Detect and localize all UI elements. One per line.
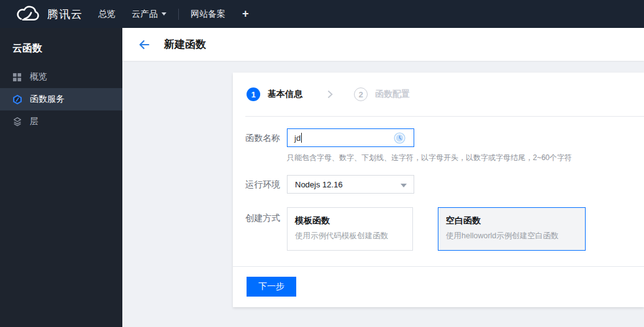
- runtime-label: 运行环境: [245, 175, 287, 194]
- method-card-template-function[interactable]: 模板函数 使用示例代码模板创建函数: [287, 207, 413, 251]
- page-header: 新建函数: [122, 28, 644, 61]
- arrow-left-icon: [137, 38, 151, 52]
- runtime-selected-value: Nodejs 12.16: [295, 180, 343, 189]
- method-card-desc: 使用示例代码模板创建函数: [295, 231, 405, 241]
- step-2-label: 函数配置: [375, 89, 410, 100]
- function-name-label: 函数名称: [245, 128, 287, 147]
- sidebar-item-function-service[interactable]: 函数服务: [0, 88, 122, 110]
- sidebar-item-label: 概览: [30, 71, 47, 83]
- creation-method-row: 创建方式 模板函数 使用示例代码模板创建函数 空白函数 使用helloworld…: [245, 207, 644, 251]
- sidebar-item-label: 函数服务: [30, 94, 65, 105]
- topbar: 腾讯云 总览 云产品 网站备案 +: [0, 0, 644, 28]
- plus-icon: +: [242, 7, 249, 20]
- step-chevron-icon: [327, 90, 333, 99]
- layers-icon: [12, 117, 22, 127]
- wizard-stepper: 1 基本信息 2 函数配置: [245, 73, 644, 116]
- basic-info-form: 函数名称 jd 只能包含字母、数字、下划线、连字符，以字: [245, 117, 644, 297]
- footer-divider: [233, 266, 644, 267]
- sidebar-item-label: 层: [30, 116, 39, 127]
- back-button[interactable]: [137, 38, 151, 52]
- step-2-circle: 2: [354, 87, 368, 101]
- topnav-icp-filing[interactable]: 网站备案: [183, 0, 234, 28]
- method-card-desc: 使用helloworld示例创建空白函数: [446, 231, 578, 241]
- dropdown-caret-icon: [401, 184, 407, 187]
- creation-method-cards: 模板函数 使用示例代码模板创建函数 空白函数 使用helloworld示例创建空…: [287, 207, 586, 251]
- sidebar: 云函数 概览 函数服务 层: [0, 28, 122, 327]
- brand-name: 腾讯云: [47, 7, 83, 22]
- topnav-cloud-products[interactable]: 云产品: [124, 0, 175, 28]
- new-function-panel: 1 基本信息 2 函数配置 函数名称 jd: [233, 73, 644, 307]
- tencent-cloud-logo-icon: [16, 6, 40, 23]
- function-name-input[interactable]: jd: [287, 128, 414, 147]
- function-name-row: 函数名称 jd: [245, 128, 644, 147]
- runtime-row: 运行环境 Nodejs 12.16: [245, 175, 644, 194]
- step-1-circle: 1: [247, 87, 260, 101]
- grid-icon: [12, 72, 22, 82]
- creation-method-label: 创建方式: [245, 207, 287, 251]
- method-card-title: 模板函数: [295, 215, 405, 226]
- method-card-title: 空白函数: [446, 215, 578, 226]
- content-area: 1 基本信息 2 函数配置 函数名称 jd: [122, 61, 644, 327]
- next-step-button[interactable]: 下一步: [247, 277, 296, 297]
- function-name-hint: 只能包含字母、数字、下划线、连字符，以字母开头，以数字或字母结尾，2~60个字符: [287, 153, 644, 163]
- top-navigation: 总览 云产品 网站备案 +: [90, 0, 258, 28]
- step-1-label: 基本信息: [268, 89, 302, 100]
- runtime-select[interactable]: Nodejs 12.16: [287, 175, 414, 194]
- topnav-divider: [178, 9, 179, 20]
- chevron-down-icon: [161, 12, 166, 16]
- pending-clock-icon: [394, 132, 406, 144]
- tencent-cloud-logo[interactable]: 腾讯云: [0, 6, 83, 23]
- sidebar-item-layers[interactable]: 层: [0, 110, 122, 133]
- text-cursor: [301, 133, 302, 143]
- function-name-value: jd: [294, 133, 301, 143]
- topnav-overview[interactable]: 总览: [90, 0, 124, 28]
- sidebar-product-title: 云函数: [0, 28, 122, 66]
- scf-hexagon-icon: [12, 94, 22, 104]
- method-card-blank-function[interactable]: 空白函数 使用helloworld示例创建空白函数: [438, 207, 586, 251]
- sidebar-item-overview[interactable]: 概览: [0, 66, 122, 88]
- page-title: 新建函数: [164, 37, 206, 52]
- add-tab-button[interactable]: +: [234, 0, 258, 28]
